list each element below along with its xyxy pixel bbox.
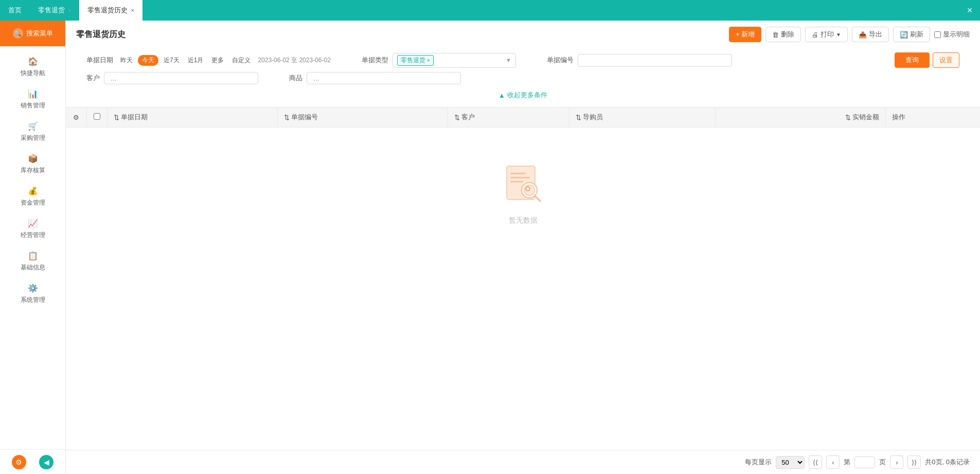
- system-mgmt-icon: ⚙️: [27, 282, 39, 294]
- sidebar-item-inventory[interactable]: 📦 库存核算: [0, 148, 65, 180]
- window-close-button[interactable]: ×: [959, 0, 980, 21]
- sidebar-item-finance-label: 资金管理: [21, 198, 45, 207]
- th-number: ⇅ 单据编号: [277, 107, 448, 127]
- basic-info-icon: 📋: [27, 250, 39, 261]
- date-btn-1month[interactable]: 近1月: [185, 55, 207, 66]
- sidebar-item-basic-info[interactable]: 📋 基础信息: [0, 245, 65, 277]
- th-guide: ⇅ 导购员: [569, 107, 716, 127]
- th-customer-sort-icon: ⇅: [454, 114, 460, 121]
- sidebar-item-basic-info-label: 基础信息: [21, 263, 45, 272]
- refresh-icon: 🔄: [900, 31, 908, 39]
- sidebar-search-button[interactable]: 🔍 搜索菜单: [0, 21, 65, 46]
- sidebar-toggle-button[interactable]: ◀: [39, 455, 54, 469]
- tab-bar: 首页 零售退货 × 零售退货历史 ×: [0, 0, 959, 21]
- delete-button[interactable]: 🗑 删除: [765, 27, 801, 42]
- query-button[interactable]: 查询: [895, 52, 930, 68]
- per-page-select[interactable]: 10 20 50 100: [776, 456, 805, 469]
- date-btn-yesterday[interactable]: 昨天: [117, 55, 136, 66]
- filter-customer-item: 客户 ...: [86, 72, 258, 84]
- doc-type-tag: 零售退货 ×: [397, 55, 434, 66]
- topbar: 首页 零售退货 × 零售退货历史 × ×: [0, 0, 980, 21]
- sidebar-item-operations[interactable]: 📈 经营管理: [0, 212, 65, 245]
- sidebar-settings-button[interactable]: ⚙: [12, 455, 26, 469]
- filter-date-label: 单据日期: [86, 56, 113, 65]
- pagination-bar: 每页显示 10 20 50 100 ⟨⟨ ‹ 第 1 页 › ⟩⟩ 共0页, 0…: [66, 450, 980, 474]
- page-unit: 页: [879, 458, 886, 467]
- first-page-button[interactable]: ⟨⟨: [809, 455, 822, 469]
- per-page-label: 每页显示: [745, 458, 772, 467]
- date-btn-today[interactable]: 今天: [138, 55, 158, 66]
- search-icon: 🔍: [13, 28, 23, 39]
- data-table: ⚙ ⇅ 单据日期: [66, 107, 980, 127]
- empty-area: 暂无数据: [66, 127, 980, 256]
- filter-goods-select[interactable]: ...: [307, 72, 461, 84]
- date-btn-more[interactable]: 更多: [208, 55, 227, 66]
- sidebar-item-sales-mgmt[interactable]: 📊 销售管理: [0, 83, 65, 115]
- empty-text: 暂无数据: [509, 216, 538, 225]
- prev-page-button[interactable]: ‹: [826, 455, 840, 469]
- empty-icon: [497, 158, 549, 210]
- export-icon: 📤: [859, 31, 867, 39]
- svg-rect-1: [510, 173, 526, 174]
- sidebar-item-purchase-mgmt[interactable]: 🛒 采购管理: [0, 115, 65, 148]
- th-guide-sort-icon: ⇅: [576, 114, 581, 121]
- tab-retail-return-history-label: 零售退货历史: [87, 6, 128, 15]
- operations-icon: 📈: [27, 217, 39, 229]
- filter-customer-label: 客户: [86, 74, 100, 83]
- filter-doc-number-input[interactable]: [578, 54, 732, 67]
- sidebar-item-operations-label: 经营管理: [21, 231, 45, 240]
- export-button[interactable]: 📤 导出: [852, 27, 889, 42]
- main-layout: 🔍 搜索菜单 🏠 快捷导航 📊 销售管理 🛒 采购管理 📦 库存核算 💰: [0, 21, 980, 474]
- filter-customer-select[interactable]: ...: [104, 72, 258, 84]
- tab-retail-return-close[interactable]: ×: [68, 7, 71, 13]
- purchase-mgmt-icon: 🛒: [27, 120, 39, 132]
- filter-goods-item: 商品 ...: [289, 72, 461, 84]
- tab-home[interactable]: 首页: [0, 0, 30, 21]
- sidebar-item-quick-nav[interactable]: 🏠 快捷导航: [0, 50, 65, 83]
- sidebar-item-purchase-mgmt-label: 采购管理: [21, 134, 45, 142]
- quick-nav-icon: 🏠: [27, 56, 39, 67]
- sidebar-item-system-mgmt[interactable]: ⚙️ 系统管理: [0, 277, 65, 309]
- refresh-button[interactable]: 🔄 刷新: [893, 27, 930, 42]
- page-number-input[interactable]: 1: [854, 457, 875, 468]
- sidebar-item-inventory-label: 库存核算: [21, 166, 45, 175]
- table-header-row: ⚙ ⇅ 单据日期: [66, 107, 980, 127]
- display-detail-label: 显示明细: [943, 30, 970, 39]
- filter-date-item: 单据日期 昨天 今天 近7天 近1月 更多 自定义 2023-06-02 至 2…: [86, 55, 331, 66]
- th-amount-sort-icon: ⇅: [845, 114, 851, 121]
- sidebar-item-finance[interactable]: 💰 资金管理: [0, 180, 65, 212]
- print-button[interactable]: 🖨 打印 ▼: [805, 27, 848, 42]
- date-btn-custom[interactable]: 自定义: [229, 55, 254, 66]
- last-page-button[interactable]: ⟩⟩: [907, 455, 921, 469]
- th-settings[interactable]: ⚙: [66, 107, 86, 127]
- settings-button[interactable]: 设置: [933, 52, 959, 68]
- filter-goods-label: 商品: [289, 74, 302, 83]
- select-all-checkbox[interactable]: [94, 113, 100, 120]
- tab-retail-return[interactable]: 零售退货 ×: [30, 0, 79, 21]
- delete-icon: 🗑: [772, 31, 779, 39]
- tab-retail-return-history[interactable]: 零售退货历史 ×: [79, 0, 142, 21]
- doc-type-tag-close[interactable]: ×: [427, 57, 430, 63]
- collapse-button[interactable]: ▲ 收起更多条件: [86, 88, 959, 102]
- th-date: ⇅ 单据日期: [107, 107, 277, 127]
- svg-rect-2: [510, 177, 530, 178]
- finance-icon: 💰: [27, 185, 39, 196]
- sidebar-items: 🏠 快捷导航 📊 销售管理 🛒 采购管理 📦 库存核算 💰 资金管理 📈: [0, 46, 65, 449]
- date-filter-buttons: 昨天 今天 近7天 近1月 更多 自定义: [117, 55, 254, 66]
- sidebar-bottom: ⚙ ◀: [0, 449, 65, 474]
- next-page-button[interactable]: ›: [890, 455, 903, 469]
- tab-home-label: 首页: [8, 6, 22, 15]
- tab-retail-return-history-close[interactable]: ×: [131, 7, 134, 13]
- sidebar-item-quick-nav-label: 快捷导航: [21, 69, 45, 78]
- th-action: 操作: [885, 107, 980, 127]
- date-btn-7days[interactable]: 近7天: [161, 55, 183, 66]
- tab-retail-return-label: 零售退货: [38, 6, 65, 15]
- filter-row-2: 客户 ... 商品 ...: [86, 72, 959, 84]
- customer-ellipsis-icon: ...: [109, 74, 119, 82]
- new-button[interactable]: + 新增: [729, 27, 761, 42]
- th-checkbox[interactable]: [86, 107, 107, 127]
- filter-doc-type-select[interactable]: 零售退货 × ▼: [393, 53, 516, 68]
- date-range-text: 2023-06-02 至 2023-06-02: [258, 56, 330, 65]
- svg-line-6: [535, 196, 540, 201]
- display-detail-checkbox[interactable]: [934, 31, 941, 38]
